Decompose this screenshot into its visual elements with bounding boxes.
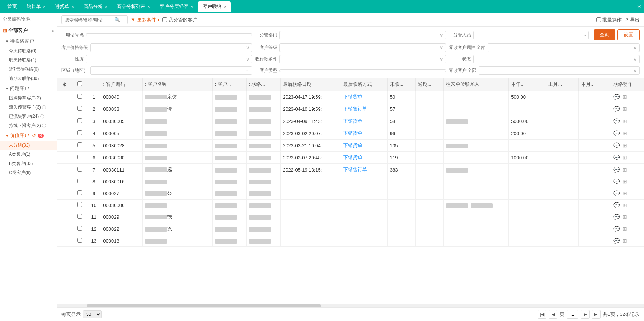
row-check[interactable] [77, 155, 82, 159]
grid-action-icon[interactable]: ⊞ [623, 118, 627, 124]
customer-type-input[interactable] [279, 69, 446, 72]
message-icon[interactable]: 💬 [613, 202, 620, 208]
sidebar-item-a-class[interactable]: A类客户(1) [0, 150, 57, 159]
sidebar-collapse-icon[interactable]: « [52, 28, 54, 33]
phone-input[interactable] [86, 33, 252, 36]
cell-check[interactable] [73, 127, 87, 140]
row-check[interactable] [77, 179, 82, 183]
tab-sales-close[interactable]: × [43, 4, 45, 9]
grid-action-icon[interactable]: ⊞ [623, 190, 627, 196]
all-customers-header[interactable]: ⊞ 全部客户 « [0, 25, 57, 36]
nature-input[interactable]: ∨ [86, 55, 252, 63]
contact-method-link[interactable]: 下销售订单 [343, 106, 367, 112]
tab-customer-contact-close[interactable]: × [224, 4, 226, 9]
message-icon[interactable]: 💬 [613, 167, 620, 173]
sidebar-item-7days[interactable]: 近7天待联络(0) [0, 65, 57, 74]
tab-goods-analysis[interactable]: 商品分析 × [79, 1, 112, 12]
row-check[interactable] [77, 142, 82, 147]
page-number-input[interactable] [567, 310, 578, 319]
cell-check[interactable] [73, 235, 87, 247]
cell-check[interactable] [73, 103, 87, 115]
row-check[interactable] [77, 190, 82, 195]
tab-customer-layer-close[interactable]: × [191, 4, 193, 9]
grid-action-icon[interactable]: ⊞ [623, 214, 627, 220]
contact-method-link[interactable]: 下销货单 [343, 118, 362, 124]
message-icon[interactable]: 💬 [613, 118, 620, 124]
sidebar-item-overdue[interactable]: 逾期未联络(30) [0, 74, 57, 83]
scrollbar-thumb[interactable] [87, 304, 321, 307]
scatter-attr-input[interactable]: ∨ [488, 43, 640, 52]
batch-ops-button[interactable]: 批量操作 [596, 17, 622, 23]
message-icon[interactable]: 💬 [613, 94, 620, 100]
tab-home[interactable]: 首页 [3, 1, 21, 12]
row-check[interactable] [77, 226, 82, 231]
th-check[interactable] [73, 78, 87, 91]
export-button[interactable]: ↗ 导出 [624, 17, 640, 23]
row-check[interactable] [77, 118, 82, 123]
row-check[interactable] [77, 167, 82, 172]
message-icon[interactable]: 💬 [613, 190, 620, 196]
cell-check[interactable] [73, 176, 87, 187]
cell-check[interactable] [73, 115, 87, 127]
tab-goods-list-close[interactable]: × [148, 4, 150, 9]
more-filter-button[interactable]: ▼ 更多条件 ▾ [131, 17, 159, 23]
tab-customer-contact[interactable]: 客户联络 × [198, 1, 230, 12]
sidebar-search-input[interactable] [3, 17, 57, 22]
message-icon[interactable]: 💬 [613, 142, 620, 148]
row-check[interactable] [77, 130, 82, 135]
sidebar-item-tomorrow[interactable]: 明天待联络(1) [0, 56, 57, 65]
tab-purchase-close[interactable]: × [71, 4, 74, 9]
message-icon[interactable]: 💬 [613, 214, 620, 220]
sidebar-item-ungrouped[interactable]: 未分组(32) [0, 141, 57, 150]
value-customers-group[interactable]: 价值客户 ↺ R [0, 130, 57, 141]
contact-method-link[interactable]: 下销售订单 [343, 167, 367, 172]
cell-check[interactable] [73, 200, 87, 211]
my-customers-checkbox[interactable]: 我分管的客户 [162, 17, 197, 23]
cell-check[interactable] [73, 164, 87, 176]
sidebar-item-warning[interactable]: 流失预警客户(3) ⓘ [0, 103, 57, 112]
reset-button[interactable]: 设置 [617, 29, 640, 40]
query-button[interactable]: 查询 [594, 29, 615, 40]
tab-customer-layer[interactable]: 客户分层经客 × [155, 1, 197, 12]
message-icon[interactable]: 💬 [613, 226, 620, 232]
grid-action-icon[interactable]: ⊞ [623, 226, 627, 232]
prev-page-button[interactable]: ◀ [549, 310, 557, 319]
message-icon[interactable]: 💬 [613, 238, 620, 244]
grid-action-icon[interactable]: ⊞ [623, 202, 627, 208]
cell-check[interactable] [73, 140, 87, 152]
contact-method-link[interactable]: 下销货单 [343, 155, 362, 160]
sidebar-item-lost[interactable]: 已流失客户(24) ⓘ [0, 112, 57, 121]
grid-action-icon[interactable]: ⊞ [623, 142, 627, 148]
grid-action-icon[interactable]: ⊞ [623, 179, 627, 184]
sidebar-item-c-class[interactable]: C类客户(6) [0, 168, 57, 177]
message-icon[interactable]: 💬 [613, 106, 620, 112]
row-check[interactable] [77, 106, 82, 111]
grid-action-icon[interactable]: ⊞ [623, 106, 627, 112]
pending-customers-group[interactable]: 待联络客户 [0, 36, 57, 46]
cell-check[interactable] [73, 152, 87, 164]
cell-check[interactable] [73, 223, 87, 235]
contact-method-link[interactable]: 下销货单 [343, 130, 362, 136]
tab-goods-list[interactable]: 商品分析列表 × [112, 1, 154, 12]
grid-action-icon[interactable]: ⊞ [623, 238, 627, 244]
horizontal-scrollbar[interactable] [57, 304, 644, 307]
contact-method-link[interactable]: 下销货单 [343, 142, 362, 148]
grid-action-icon[interactable]: ⊞ [623, 94, 627, 100]
tab-goods-analysis-close[interactable]: × [105, 4, 107, 9]
region-input[interactable]: ··· [90, 66, 252, 75]
problem-customers-group[interactable]: 问题客户 [0, 83, 57, 94]
row-check[interactable] [77, 238, 82, 243]
contact-method-link[interactable]: 下销货单 [343, 94, 362, 99]
last-page-button[interactable]: ▶| [592, 310, 601, 319]
manager-input[interactable]: ··· [473, 31, 589, 39]
row-check[interactable] [77, 214, 82, 219]
cell-check[interactable] [73, 211, 87, 223]
cell-check[interactable] [73, 187, 87, 200]
filter-search-icon[interactable]: 🔍 [114, 17, 120, 22]
sidebar-item-declining[interactable]: 持续下滑客户(2) ⓘ [0, 121, 57, 130]
select-all-check[interactable] [77, 81, 82, 86]
customer-level-input[interactable]: ∨ [279, 43, 446, 52]
dept-input[interactable]: ∨ [279, 31, 446, 39]
status-input[interactable]: ∨ [473, 55, 640, 63]
sidebar-item-abnormal[interactable]: 囤购异常客户(2) [0, 94, 57, 103]
